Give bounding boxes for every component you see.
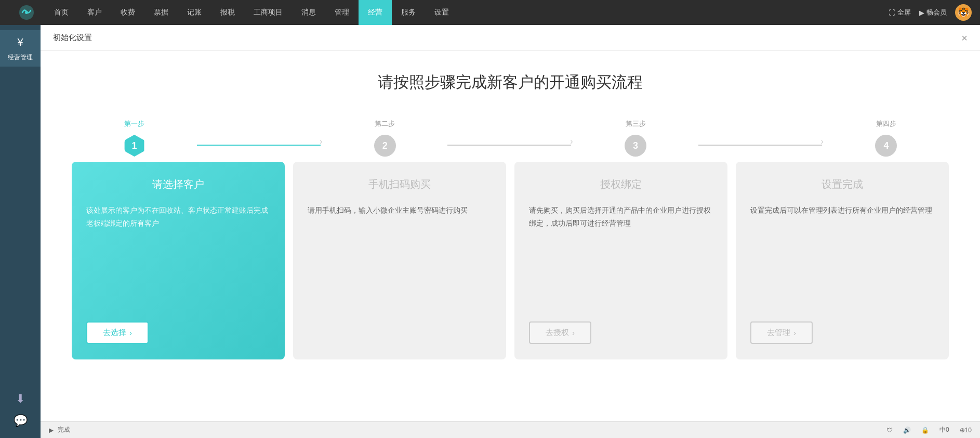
user-avatar[interactable]: 🐯 [955, 4, 972, 21]
step-4-label: 第四步 [876, 119, 896, 128]
step-3-node: 第三步 3 [573, 119, 698, 157]
nav-business[interactable]: 工商项目 [244, 0, 292, 25]
step-3-circle: 3 [625, 135, 646, 157]
connector-1-2: › [197, 137, 322, 157]
step-3-btn-label: 去授权 [546, 328, 569, 338]
card-1-title: 请选择客户 [86, 177, 270, 191]
card-1-desc: 该处展示的客户为不在回收站、客户状态正常建账后完成老板端绑定的所有客户 [86, 204, 270, 311]
card-3-title: 授权绑定 [529, 177, 713, 191]
timeline-row: 第一步 1 › 第二步 2 › [72, 119, 949, 157]
fullscreen-icon: ⛶ [889, 9, 895, 17]
svg-point-1 [25, 11, 28, 14]
bottom-bar: ▶ 完成 🛡 🔊 🔒 中0 ⊕10 [41, 421, 980, 438]
nav-fee[interactable]: 收费 [111, 0, 144, 25]
chat-icon[interactable]: 💬 [14, 414, 28, 428]
content-header: 初始化设置 × [41, 25, 980, 51]
nav-manage[interactable]: 管理 [325, 0, 359, 25]
sidebar: ¥ 经营管理 ⬇ 💬 [0, 25, 41, 438]
nav-customer[interactable]: 客户 [78, 0, 111, 25]
card-2-title: 手机扫码购买 [308, 177, 492, 191]
operation-icon: ¥ [13, 35, 28, 50]
step-2-node: 第二步 2 [322, 119, 447, 157]
main-layout: ¥ 经营管理 ⬇ 💬 初始化设置 × 请按照步骤完成新客户的开通购买流程 第一步… [0, 25, 980, 438]
volume-icon: 🔊 [903, 427, 911, 434]
step-card-1: 请选择客户 该处展示的客户为不在回收站、客户状态正常建账后完成老板端绑定的所有客… [72, 162, 285, 359]
sidebar-bottom: ⬇ 💬 [14, 392, 28, 428]
page-title: 初始化设置 [53, 33, 92, 43]
step-1-btn-icon: › [129, 328, 132, 337]
close-button[interactable]: × [961, 33, 968, 43]
card-4-btn-container: 去管理 › [750, 311, 934, 344]
nav-accounting[interactable]: 记账 [178, 0, 211, 25]
wizard-container: 请按照步骤完成新客户的开通购买流程 第一步 1 › [41, 51, 980, 421]
vip-btn[interactable]: ▶ 畅会员 [919, 8, 947, 17]
nav-items: 首页 客户 收费 票据 记账 报税 工商项目 消息 管理 经营 服务 设置 [45, 0, 889, 25]
top-nav: 首页 客户 收费 票据 记账 报税 工商项目 消息 管理 经营 服务 设置 ⛶ … [0, 0, 980, 25]
arrow-3-4: › [821, 137, 824, 146]
wizard-title: 请按照步骤完成新客户的开通购买流程 [72, 72, 949, 93]
fullscreen-label: 全屏 [897, 8, 911, 17]
shield-icon: 🛡 [886, 427, 893, 434]
line-3-4 [698, 145, 822, 146]
card-4-title: 设置完成 [750, 177, 934, 191]
line-1-2 [197, 145, 321, 146]
step-4-node: 第四步 4 [824, 119, 949, 157]
play-icon: ▶ [49, 427, 54, 434]
sidebar-item-operation[interactable]: ¥ 经营管理 [0, 30, 41, 67]
step-1-btn-label: 去选择 [103, 328, 126, 338]
step-1-action-button[interactable]: 去选择 › [86, 321, 149, 344]
step-4-btn-icon: › [793, 328, 796, 337]
step-1-circle: 1 [124, 135, 145, 157]
content-area: 初始化设置 × 请按照步骤完成新客户的开通购买流程 第一步 1 › [41, 25, 980, 438]
arrow-1-2: › [320, 137, 322, 146]
input-method: 中0 [939, 426, 949, 434]
step-card-2: 手机扫码购买 请用手机扫码，输入小微企业主账号密码进行购买 [293, 162, 506, 359]
download-icon[interactable]: ⬇ [16, 392, 25, 406]
status-label: 完成 [58, 426, 70, 434]
arrow-2-3: › [570, 137, 573, 146]
cards-row: 请选择客户 该处展示的客户为不在回收站、客户状态正常建账后完成老板端绑定的所有客… [72, 162, 949, 359]
nav-tax[interactable]: 报税 [211, 0, 244, 25]
card-3-btn-container: 去授权 › [529, 311, 713, 344]
time-icon: ⊕10 [960, 427, 972, 434]
step-2-label: 第二步 [375, 119, 395, 128]
line-2-3 [447, 145, 571, 146]
step-1-label: 第一步 [124, 119, 144, 128]
vip-icon: ▶ [919, 9, 924, 17]
nav-home[interactable]: 首页 [45, 0, 78, 25]
nav-right: ⛶ 全屏 ▶ 畅会员 🐯 [889, 4, 972, 21]
nav-service[interactable]: 服务 [392, 0, 425, 25]
wizard-body: 第一步 1 › 第二步 2 › [72, 119, 949, 359]
nav-settings[interactable]: 设置 [425, 0, 458, 25]
step-3-btn-icon: › [572, 328, 575, 337]
card-4-desc: 设置完成后可以在管理列表进行所有企业用户的经营管理 [750, 204, 934, 311]
connector-3-4: › [698, 137, 824, 157]
step-1-node: 第一步 1 [72, 119, 197, 157]
step-2-circle: 2 [374, 135, 396, 157]
step-card-4: 设置完成 设置完成后可以在管理列表进行所有企业用户的经营管理 去管理 › [736, 162, 949, 359]
card-1-btn-container: 去选择 › [86, 311, 270, 344]
step-4-action-button[interactable]: 去管理 › [750, 321, 813, 344]
fullscreen-btn[interactable]: ⛶ 全屏 [889, 8, 911, 17]
vip-label: 畅会员 [926, 8, 947, 17]
card-3-desc: 请先购买，购买后选择开通的产品中的企业用户进行授权绑定，成功后即可进行经营管理 [529, 204, 713, 311]
sidebar-item-label: 经营管理 [8, 53, 33, 62]
nav-operation[interactable]: 经营 [359, 0, 392, 25]
nav-bill[interactable]: 票据 [144, 0, 178, 25]
nav-message[interactable]: 消息 [292, 0, 325, 25]
card-2-desc: 请用手机扫码，输入小微企业主账号密码进行购买 [308, 204, 492, 344]
nav-logo [8, 4, 45, 21]
connector-2-3: › [447, 137, 573, 157]
step-3-action-button[interactable]: 去授权 › [529, 321, 591, 344]
bottom-bar-right: 🛡 🔊 🔒 中0 ⊕10 [886, 426, 972, 434]
step-4-circle: 4 [875, 135, 897, 157]
step-card-3: 授权绑定 请先购买，购买后选择开通的产品中的企业用户进行授权绑定，成功后即可进行… [514, 162, 727, 359]
step-3-label: 第三步 [626, 119, 646, 128]
step-4-btn-label: 去管理 [767, 328, 790, 338]
lock-icon: 🔒 [921, 427, 929, 434]
